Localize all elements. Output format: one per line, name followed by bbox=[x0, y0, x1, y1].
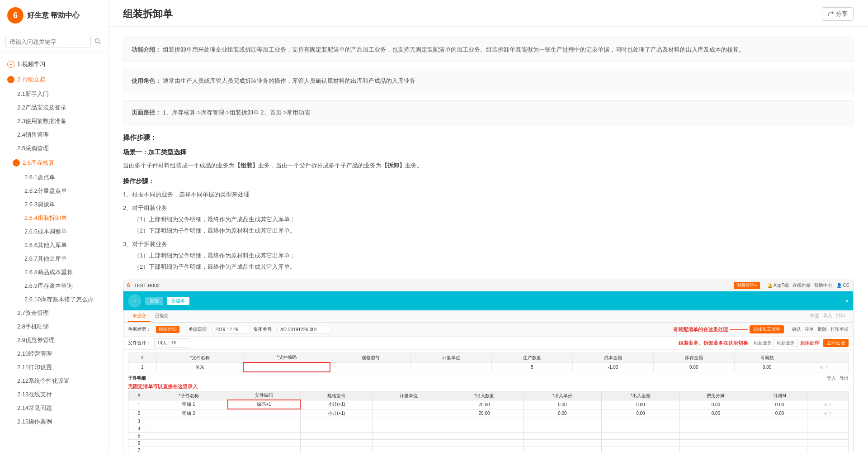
mock-upper-table-section: # *父件名称 *父件编码 规格型号 计量单位 生产数量 成本金额 库存金额 可… bbox=[123, 350, 853, 375]
annotation3-text: 启用处理 bbox=[800, 340, 820, 347]
mock-app: 6 TEST-H002 测额管理+ 🔔 AppT端 在线维修 帮助中心 👤 CC… bbox=[123, 280, 853, 452]
mock-subnav-submitted[interactable]: 已提交 bbox=[151, 310, 173, 322]
mock-nav-icon: ≡ bbox=[128, 294, 142, 308]
svg-line-1 bbox=[99, 43, 101, 44]
mock-save-btn[interactable]: 立即处理 bbox=[823, 339, 849, 347]
share-label: 分享 bbox=[836, 10, 848, 18]
std-name2: 明细 2 bbox=[150, 409, 228, 418]
search-button[interactable] bbox=[93, 38, 103, 46]
sidebar-item-23[interactable]: 2.3使用前数据准备 bbox=[0, 114, 108, 128]
logo-area: 6 好生意 帮助中心 bbox=[0, 0, 108, 31]
sidebar-item-210[interactable]: 2.10经营管理 bbox=[0, 347, 108, 361]
role-block: 使用角色： 通常由生产人员或库管人员完成拆装业务的操作，库管人员确认原材料的出库… bbox=[123, 69, 854, 93]
table-row: 6 bbox=[128, 439, 849, 447]
intro-label: 功能介绍： bbox=[132, 46, 161, 53]
std-spec: 小计(+1) bbox=[300, 400, 373, 409]
scene1-title: 场景一：加工类型选择 bbox=[123, 148, 854, 157]
mock-header: ≡ 自贸 新建单 ✕ bbox=[123, 291, 853, 310]
mock-lower-title: 子件明细 bbox=[128, 375, 146, 381]
step1: 1、根据不同的业务，选择不同单据的类型来处理 bbox=[123, 189, 854, 200]
sidebar-item-212[interactable]: 2.12系统个性化设置 bbox=[0, 374, 108, 388]
sidebar-item-2610[interactable]: 2.6.10库存账本错了怎么办 bbox=[0, 293, 108, 306]
sidebar-item-24[interactable]: 2.4销售管理 bbox=[0, 128, 108, 142]
td-parent-name: 关东 bbox=[156, 362, 243, 372]
sidebar-item-267[interactable]: 2.6.7其他出库单 bbox=[0, 252, 108, 266]
mock-header-close: ✕ bbox=[845, 299, 849, 304]
annotation3-area: 刷新业务 刷新业务 启用处理 bbox=[754, 339, 820, 347]
sidebar: 6 好生意 帮助中心 + 1.视频学习 − 2.帮助文档 2.1新手入门 bbox=[0, 0, 108, 452]
sidebar-item-261[interactable]: 2.6.1盘点单 bbox=[0, 171, 108, 184]
sidebar-item-266[interactable]: 2.6.6其他入库单 bbox=[0, 238, 108, 252]
step2: 2、对于组装业务 bbox=[123, 203, 854, 214]
sidebar-item-265[interactable]: 2.6.5成本调整单 bbox=[0, 225, 108, 238]
td-qty: 5 bbox=[492, 362, 573, 372]
sidebar-item-video[interactable]: + 1.视频学习 bbox=[0, 57, 108, 72]
td-parent-code bbox=[243, 362, 330, 372]
sth-name: *子件名称 bbox=[150, 391, 228, 400]
step2-sub2: （2）下部明细为子件明细，最终作为原材料生成其它出库单。 bbox=[134, 225, 854, 237]
screenshot: 6 TEST-H002 测额管理+ 🔔 AppT端 在线维修 帮助中心 👤 CC… bbox=[123, 280, 854, 452]
docs-sublist: 2.1新手入门 2.2产品安装及登录 2.3使用前数据准备 2.4销售管理 2.… bbox=[0, 87, 108, 428]
sth-ops bbox=[807, 391, 849, 400]
annotation4-text: 无固定清单可以直接在这里录入 bbox=[128, 384, 198, 389]
sidebar-item-214[interactable]: 2.14常见问题 bbox=[0, 401, 108, 415]
mock-tab-home[interactable]: 自贸 bbox=[145, 297, 163, 305]
mock-upper-table: # *父件名称 *父件编码 规格型号 计量单位 生产数量 成本金额 库存金额 可… bbox=[128, 352, 849, 372]
std-num2: 2 bbox=[128, 409, 150, 418]
sth-code: 父件编码 bbox=[228, 391, 300, 400]
td-copy-icon: ⊕ bbox=[820, 365, 823, 370]
td-unit bbox=[411, 362, 492, 372]
sidebar-item-269[interactable]: 2.6.9库存账本查询 bbox=[0, 279, 108, 293]
sidebar-item-215[interactable]: 2.15操作案例 bbox=[0, 415, 108, 428]
sidebar-item-268[interactable]: 2.6.8商品成本重算 bbox=[0, 266, 108, 279]
std-avail2: 0.00 bbox=[752, 409, 807, 418]
sidebar-item-docs[interactable]: − 2.帮助文档 2.1新手入门 2.2产品安装及登录 2.3使用前数据准备 2… bbox=[0, 72, 108, 428]
sidebar-item-264[interactable]: 2.6.4组装拆卸单 bbox=[0, 211, 108, 225]
share-button[interactable]: 分享 bbox=[822, 7, 854, 21]
mock-tab-new[interactable]: 新建单 bbox=[167, 297, 189, 305]
sidebar-item-22[interactable]: 2.2产品安装及登录 bbox=[0, 101, 108, 114]
sth-alloc: 费用分摊 bbox=[679, 391, 752, 400]
sth-price: *出入单价 bbox=[523, 391, 601, 400]
expand-icon: + bbox=[7, 61, 14, 68]
main-content: 组装拆卸单 分享 功能介绍： 组装拆卸单用来处理企业组装或拆卸等加工业务，支持有… bbox=[108, 0, 868, 452]
table-row: 4 bbox=[128, 425, 849, 432]
th-stock: 库存金额 bbox=[653, 353, 734, 363]
std-code2 bbox=[228, 409, 300, 418]
search-input[interactable] bbox=[5, 36, 91, 48]
std-unit bbox=[373, 400, 445, 409]
sidebar-item-29[interactable]: 2.9优惠券管理 bbox=[0, 333, 108, 347]
sth-spec: 规格型号 bbox=[300, 391, 373, 400]
step3-sub2: （2）下部明细为子件明细，最终作为产成品生成其它入库单。 bbox=[134, 262, 854, 273]
sidebar-item-262[interactable]: 2.6.2分量盘点单 bbox=[0, 184, 108, 198]
collapse-icon-26: − bbox=[13, 159, 20, 167]
table-row: 5 bbox=[128, 432, 849, 439]
intro-block: 功能介绍： 组装拆卸单用来处理企业组装或拆卸等加工业务，支持有固定装配清单的产品… bbox=[123, 38, 854, 62]
table-row: 1 关东 5 -1.00 0.00 0.00 ⊕ bbox=[128, 362, 849, 372]
std-qty: 20.00 bbox=[445, 400, 524, 409]
th-parent-code: *父件编码 bbox=[243, 353, 330, 363]
path-text: 1、库存核算->库存管理->组装拆卸单 2、首页->常用功能 bbox=[163, 109, 311, 116]
sidebar-item-263[interactable]: 2.6.3调拨单 bbox=[0, 198, 108, 211]
table-row: 2 明细 2 小计(+1) 20.00 0.00 0.00 0.00 0.00 bbox=[128, 409, 849, 418]
mock-order-val: AD-20191226-001 bbox=[277, 326, 331, 333]
table-row: 7 bbox=[128, 447, 849, 452]
sidebar-item-26[interactable]: − 2.6库存核算 2.6.1盘点单 2.6.2分量盘点单 2.6.3调拨单 bbox=[0, 155, 108, 306]
td-cost: -1.00 bbox=[573, 362, 654, 372]
std-price2: 0.00 bbox=[523, 409, 601, 418]
sidebar-item-28[interactable]: 2.8手机旺铺 bbox=[0, 320, 108, 333]
th-spec: 规格型号 bbox=[330, 353, 411, 363]
table-row: 1 明细 1 编码+1 小计(+1) 20.00 0.00 0.00 0.00 … bbox=[128, 400, 849, 409]
sidebar-item-213[interactable]: 2.13在线支付 bbox=[0, 388, 108, 401]
mock-logo: 6 bbox=[127, 282, 130, 289]
sidebar-item-27[interactable]: 2.7资金管理 bbox=[0, 306, 108, 320]
sidebar-item-211[interactable]: 2.11打印设置 bbox=[0, 361, 108, 374]
td-avail: 0.00 bbox=[734, 362, 800, 372]
sidebar-item-25[interactable]: 2.5采购管理 bbox=[0, 142, 108, 155]
sidebar-item-21[interactable]: 2.1新手入门 bbox=[0, 87, 108, 101]
mock-subnav-active[interactable]: 未提交 bbox=[128, 310, 151, 322]
mock-process-btn[interactable]: 选择加工清单 bbox=[750, 325, 784, 333]
sidebar-item-label: 1.视频学习 bbox=[17, 60, 46, 68]
th-num: # bbox=[128, 353, 157, 363]
th-unit: 计量单位 bbox=[411, 353, 492, 363]
